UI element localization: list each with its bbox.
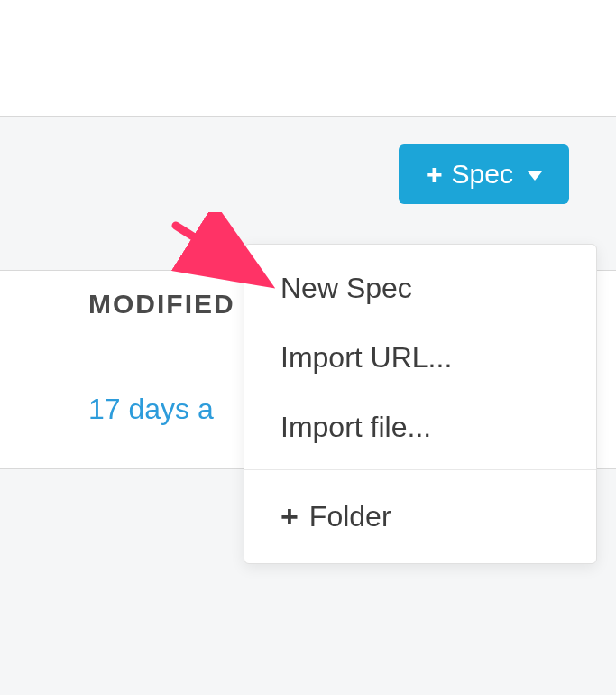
modified-date-link[interactable]: 17 days a bbox=[88, 393, 214, 426]
menu-item-folder-label: Folder bbox=[309, 500, 391, 533]
spec-button-label: Spec bbox=[452, 159, 513, 190]
plus-icon: + bbox=[426, 160, 443, 189]
column-header-modified: MODIFIED bbox=[88, 289, 235, 320]
caret-down-icon bbox=[528, 171, 542, 181]
menu-item-import-url[interactable]: Import URL... bbox=[244, 323, 596, 393]
top-whitespace bbox=[0, 0, 616, 117]
plus-icon: + bbox=[280, 499, 299, 534]
new-spec-dropdown-button[interactable]: + Spec bbox=[399, 144, 569, 204]
menu-item-import-file[interactable]: Import file... bbox=[244, 393, 596, 462]
menu-item-folder[interactable]: + Folder bbox=[244, 470, 596, 563]
menu-item-new-spec[interactable]: New Spec bbox=[244, 245, 596, 323]
spec-dropdown-menu: New Spec Import URL... Import file... + … bbox=[244, 244, 597, 564]
